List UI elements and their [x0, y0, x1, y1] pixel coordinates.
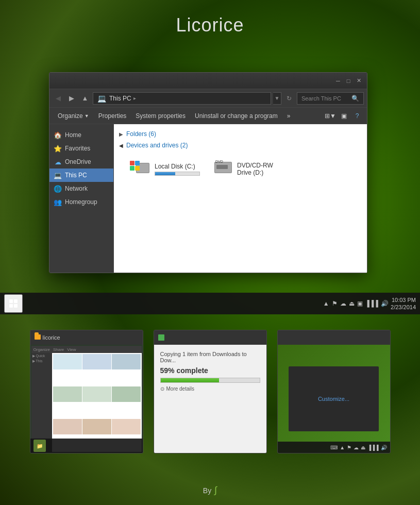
- title-bar-controls: ─ □ ✕: [334, 77, 363, 85]
- clock-time: 10:03 PM: [391, 296, 416, 304]
- folders-section-title: Folders (6): [126, 130, 156, 138]
- address-bar: ◀ ▶ ▲ 💻 This PC ▸ ▼ ↻ Search This PC 🔍: [49, 89, 367, 108]
- fm-thumb-item-5: [82, 386, 111, 402]
- view-options-button[interactable]: ⊞▼: [325, 110, 336, 122]
- folder-taskbar-icon: 📁: [37, 443, 43, 449]
- system-properties-button[interactable]: System properties: [131, 110, 190, 122]
- svg-rect-4: [130, 166, 135, 171]
- more-button[interactable]: »: [283, 110, 295, 122]
- search-field[interactable]: Search This PC 🔍: [297, 92, 364, 105]
- page-title: Licorice: [0, 0, 420, 46]
- licorice-thumb-taskbar: 📁: [30, 439, 143, 453]
- fm-thumb-item-6: [112, 386, 141, 402]
- notif-cloud-icon: ☁: [354, 445, 359, 450]
- address-dropdown[interactable]: ▼: [273, 92, 281, 105]
- local-disk-item[interactable]: Local Disk (C:): [126, 154, 204, 184]
- copy-progress-fill: [161, 378, 219, 382]
- licorice-thumb-icon: [35, 334, 41, 341]
- thumbnail-notif-header: [278, 330, 390, 345]
- sidebar: 🏠 Home ⭐ Favorites ☁ OneDrive 💻 This PC …: [49, 124, 114, 273]
- licorice-thumb-content: Organize Share View ▶ Quick ▶ This: [30, 345, 143, 453]
- licorice-thumb-taskbar-icon: 📁: [33, 440, 46, 452]
- help-button[interactable]: ?: [351, 110, 363, 122]
- drives-grid: Local Disk (C:): [118, 151, 363, 187]
- copy-progress-bar: [160, 378, 260, 383]
- dvd-drive-item[interactable]: DVD DVD/CD-RW Drive (D:): [210, 154, 287, 184]
- favorites-icon: ⭐: [54, 144, 62, 153]
- fm-mini-organize: Organize: [33, 347, 50, 352]
- thumbnail-licorice[interactable]: licorice Organize Share View ▶ Quick ▶ T…: [30, 330, 143, 453]
- refresh-button[interactable]: ↻: [283, 93, 295, 104]
- dvd-drive-icon: DVD: [213, 158, 233, 180]
- local-disk-info: Local Disk (C:): [155, 163, 200, 176]
- sidebar-item-homegroup[interactable]: 👥 Homegroup: [49, 195, 113, 209]
- forward-button[interactable]: ▶: [66, 93, 77, 104]
- sidebar-item-onedrive[interactable]: ☁ OneDrive: [49, 155, 113, 169]
- by-signature: By ∫: [203, 485, 217, 496]
- devices-section-title: Devices and drives (2): [126, 142, 188, 149]
- windows-logo-icon: [9, 299, 18, 308]
- up-button[interactable]: ▲: [79, 93, 91, 104]
- system-tray: ▲ ⚑ ☁ ⏏ ▣ ▐▐▐ 🔊: [323, 300, 389, 307]
- copy-more-details[interactable]: ⊙ More details: [160, 386, 260, 392]
- notif-inner-panel: Customize...: [289, 366, 378, 431]
- thumbnail-notif[interactable]: Customize... ⌨ ▲ ⚑ ☁ ⏏ ▐▐▐ 🔊: [277, 330, 391, 453]
- copy-progress-text: 59% complete: [160, 366, 260, 375]
- customize-button[interactable]: Customize...: [318, 396, 349, 402]
- devices-arrow-icon: ◀: [119, 143, 123, 148]
- thumbnail-copy[interactable]: Copying 1 item from Downloads to Dow... …: [154, 330, 267, 453]
- search-icon: 🔍: [351, 95, 359, 102]
- sidebar-item-this-pc[interactable]: 💻 This PC: [49, 169, 113, 182]
- title-bar: ─ □ ✕: [49, 73, 367, 89]
- fm-mini-sidebar-2: ▶ This: [32, 359, 51, 363]
- clock[interactable]: 10:03 PM 2/23/2014: [391, 296, 416, 311]
- notif-taskbar: ⌨ ▲ ⚑ ☁ ⏏ ▐▐▐ 🔊: [278, 442, 390, 453]
- thumbnails-area: licorice Organize Share View ▶ Quick ▶ T…: [0, 319, 420, 479]
- taskbar: ▲ ⚑ ☁ ⏏ ▣ ▐▐▐ 🔊 10:03 PM 2/23/2014: [0, 293, 420, 314]
- maximize-button[interactable]: □: [344, 77, 352, 85]
- organize-button[interactable]: Organize ▼: [54, 110, 93, 122]
- fm-thumb-item-3: [112, 354, 141, 369]
- dvd-drive-info: DVD/CD-RW Drive (D:): [237, 162, 283, 176]
- minimize-button[interactable]: ─: [334, 77, 342, 85]
- svg-rect-3: [135, 161, 140, 165]
- fm-thumb-item-4: [53, 386, 82, 402]
- signature-icon: ∫: [214, 485, 217, 496]
- sidebar-item-home[interactable]: 🏠 Home: [49, 128, 113, 142]
- address-field[interactable]: 💻 This PC ▸: [93, 92, 271, 105]
- clock-date: 2/23/2014: [391, 304, 416, 311]
- cloud-icon: ☁: [340, 300, 346, 307]
- copy-description: Copying 1 item from Downloads to Dow...: [160, 351, 260, 363]
- flag-icon: ⚑: [332, 300, 338, 307]
- expand-tray-icon[interactable]: ▲: [323, 300, 329, 307]
- close-button[interactable]: ✕: [355, 77, 363, 85]
- folders-section-header[interactable]: ▶ Folders (6): [118, 128, 363, 140]
- notif-thumb-content: Customize...: [278, 345, 390, 453]
- local-disk-icon-area: Local Disk (C:): [130, 158, 200, 180]
- back-button[interactable]: ◀: [53, 93, 64, 104]
- folders-arrow-icon: ▶: [119, 131, 123, 137]
- local-disk-icon: [130, 158, 150, 180]
- taskbar-right: ▲ ⚑ ☁ ⏏ ▣ ▐▐▐ 🔊 10:03 PM 2/23/2014: [323, 296, 416, 311]
- fm-thumb-item-7: [53, 419, 82, 434]
- preview-pane-button[interactable]: ▣: [338, 110, 349, 122]
- dvd-drive-icon-area: DVD DVD/CD-RW Drive (D:): [213, 158, 283, 180]
- uninstall-button[interactable]: Uninstall or change a program: [191, 110, 282, 122]
- sidebar-item-network[interactable]: 🌐 Network: [49, 182, 113, 195]
- explorer-window: ─ □ ✕ ◀ ▶ ▲ 💻 This PC ▸ ▼ ↻ Search This …: [49, 72, 367, 273]
- notif-usb-icon: ⏏: [361, 445, 365, 450]
- devices-section-header[interactable]: ◀ Devices and drives (2): [118, 140, 363, 151]
- fm-mini-view: View: [67, 347, 76, 352]
- notif-keyboard-icon: ⌨: [330, 445, 338, 450]
- homegroup-icon: 👥: [54, 198, 62, 206]
- volume-icon[interactable]: 🔊: [381, 300, 389, 307]
- sidebar-item-favorites[interactable]: ⭐ Favorites: [49, 142, 113, 155]
- properties-button[interactable]: Properties: [94, 110, 131, 122]
- more-details-arrow-icon: ⊙: [160, 386, 164, 392]
- dvd-drive-name: DVD/CD-RW Drive (D:): [237, 162, 283, 176]
- fm-mini-share: Share: [53, 347, 64, 352]
- start-button[interactable]: [4, 294, 23, 313]
- this-pc-icon: 💻: [54, 171, 62, 179]
- fm-thumb-item-8: [82, 419, 111, 434]
- battery-icon: ▣: [357, 300, 363, 307]
